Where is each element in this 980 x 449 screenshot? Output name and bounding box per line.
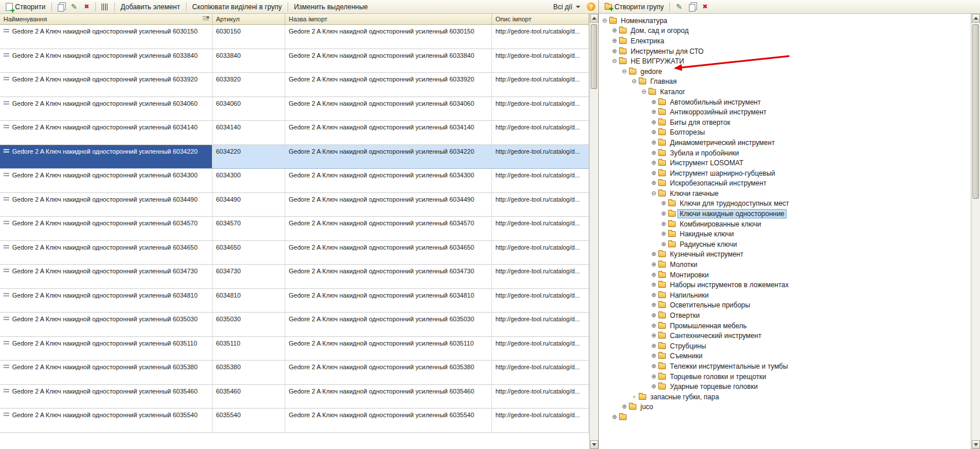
table-row[interactable]: Gedore 2 A Ключ накидной односторонний у… <box>0 289 589 313</box>
tree-expander-icon[interactable]: ⊕ <box>660 210 667 217</box>
tree-node[interactable]: ⊕ Радиусные ключи <box>599 239 970 250</box>
cell-import-name[interactable]: Gedore 2 A Ключ накидной односторонний у… <box>285 97 492 121</box>
tree-expander-icon[interactable]: ⊕ <box>650 109 657 116</box>
column-header-import-name[interactable]: Назва імпорт <box>285 14 492 24</box>
tree-node-label[interactable]: Инструмент LOSOMAT <box>668 159 745 167</box>
cell-name[interactable]: Gedore 2 A Ключ накидной односторонний у… <box>0 193 213 217</box>
tree-node[interactable]: ⊕ Промышленная мебель <box>599 321 970 331</box>
tree-node[interactable]: ⊕ Тележки инструментальные и тумбы <box>599 361 970 372</box>
cell-name[interactable]: Gedore 2 A Ключ накидной односторонний у… <box>0 25 213 49</box>
tree-node-label[interactable]: Инструменты для СТО <box>629 47 705 55</box>
tree-node[interactable]: ⊕ Електрика <box>599 36 970 46</box>
tree-expander-icon[interactable]: ⊕ <box>650 383 657 390</box>
tree-node[interactable]: ⊕ Инструмент шарнирно-губцевый <box>599 168 970 179</box>
cell-name[interactable]: Gedore 2 A Ключ накидной односторонний у… <box>0 145 213 169</box>
tree-node-label[interactable]: Торцевые головки и трещотки <box>668 373 768 381</box>
cell-name[interactable]: Gedore 2 A Ключ накидной односторонний у… <box>0 265 213 288</box>
cell-import-name[interactable]: Gedore 2 A Ключ накидной односторонний у… <box>285 385 492 409</box>
tree-node[interactable]: ⊕ juco <box>599 402 970 413</box>
cell-name[interactable]: Gedore 2 A Ключ накидной односторонний у… <box>0 241 213 265</box>
tree-node[interactable]: ⊕ Ключи для труднодоступных мест <box>599 199 970 209</box>
cell-article[interactable]: 6033840 <box>213 49 285 73</box>
tree-node[interactable]: ⊖ НЕ ВИГРУЖАТИ <box>599 56 970 66</box>
tree-node[interactable]: ⊕ Зубила и пробойники <box>599 148 970 158</box>
cell-import-name[interactable]: Gedore 2 A Ключ накидной односторонний у… <box>285 289 492 313</box>
tree-node-label[interactable]: Електрика <box>629 37 666 45</box>
cell-name[interactable]: Gedore 2 A Ключ накидной односторонний у… <box>0 409 213 432</box>
tree-node-label[interactable]: Инструмент шарнирно-губцевый <box>668 169 777 177</box>
scroll-down-button[interactable] <box>590 440 598 449</box>
tree-node[interactable]: ⊕ Ключи накидные односторонние <box>599 209 970 219</box>
create-group-button[interactable]: Створити групу <box>602 2 666 12</box>
tree-node-label[interactable]: запасные губки, пара <box>649 393 721 401</box>
tree-node-label[interactable]: Антикоррозийный инструмент <box>668 108 768 116</box>
tree-expander-icon[interactable]: ⊖ <box>621 68 628 75</box>
scrollbar-thumb[interactable] <box>972 24 979 199</box>
cell-name[interactable]: Gedore 2 A Ключ накидной односторонний у… <box>0 169 213 192</box>
tree-node-label[interactable]: Ударные торцевые головки <box>668 383 759 391</box>
tree-node[interactable]: ⊕ Осветительные приборы <box>599 300 970 311</box>
tree-node[interactable]: ⊖ Номенклатура <box>599 16 970 26</box>
cell-import-desc[interactable]: http://gedore-tool.ru/catalog/d... <box>492 25 589 49</box>
tree-node[interactable]: ⊕ Молотки <box>599 259 970 270</box>
tree-expander-icon[interactable]: ⊕ <box>611 48 618 55</box>
scrollbar-thumb[interactable] <box>591 24 597 89</box>
tree-expander-icon[interactable]: ⊕ <box>611 38 618 44</box>
delete-item-button[interactable]: ✖ <box>81 2 92 11</box>
tree-expander-icon[interactable]: ⊕ <box>650 272 657 279</box>
cell-import-name[interactable]: Gedore 2 A Ключ накидной односторонний у… <box>285 409 492 432</box>
tree-node-label[interactable]: Ключи гаечные <box>668 190 720 198</box>
edit-selected-button[interactable]: Изменить выделенные <box>291 2 371 12</box>
create-button[interactable]: Створити <box>3 2 49 12</box>
tree-expander-icon[interactable]: ⊕ <box>660 231 667 238</box>
table-row[interactable]: Gedore 2 A Ключ накидной односторонний у… <box>0 409 589 433</box>
tree-expander-icon[interactable]: ⊕ <box>650 150 657 157</box>
tree-node[interactable]: ⊖ Главная <box>599 77 970 87</box>
tree-node[interactable]: ⊕ Кузнечный инструмент <box>599 250 970 260</box>
cell-import-desc[interactable]: http://gedore-tool.ru/catalog/d... <box>492 361 589 384</box>
tree-node-label[interactable]: Ключи для труднодоступных мест <box>678 199 791 207</box>
tree-expander-icon[interactable]: ⊕ <box>621 403 628 410</box>
copy-item-button[interactable] <box>55 2 67 12</box>
tree-expander-icon[interactable]: ⊕ <box>650 261 657 268</box>
table-row[interactable]: Gedore 2 A Ключ накидной односторонний у… <box>0 121 589 145</box>
tree-node[interactable]: ⊕ Инструменты для СТО <box>599 46 970 57</box>
table-row[interactable]: Gedore 2 A Ключ накидной односторонний у… <box>0 49 589 73</box>
tree-node-label[interactable]: Молотки <box>668 261 699 269</box>
tree-node[interactable]: ⊕ Торцевые головки и трещотки <box>599 372 970 382</box>
tree-node-label[interactable]: Дом, сад и огород <box>629 27 690 35</box>
cell-article[interactable]: 6034810 <box>213 289 285 313</box>
column-header-name[interactable]: Найменування <box>0 14 213 24</box>
cell-article[interactable]: 6035110 <box>213 337 285 361</box>
sort-icon[interactable] <box>203 16 209 21</box>
tree-expander-icon[interactable]: ⊖ <box>611 58 618 65</box>
tree-node-label[interactable]: Сантехнический инструмент <box>668 332 763 340</box>
tree-expander-icon[interactable]: ⊕ <box>650 119 657 126</box>
tree-node-label[interactable]: Главная <box>649 77 679 86</box>
tree-node-label[interactable]: Съемники <box>668 352 704 360</box>
cell-article[interactable]: 6034490 <box>213 193 285 217</box>
tree-node[interactable]: ⊖ gedore <box>599 66 970 77</box>
tree-node[interactable]: ⊕ Напильники <box>599 290 970 300</box>
cell-article[interactable]: 6035460 <box>213 385 285 409</box>
cell-article[interactable]: 6034570 <box>213 217 285 240</box>
tree-node-label[interactable]: НЕ ВИГРУЖАТИ <box>629 57 686 65</box>
cell-import-desc[interactable]: http://gedore-tool.ru/catalog/d... <box>492 73 589 97</box>
cell-import-desc[interactable]: http://gedore-tool.ru/catalog/d... <box>492 193 589 217</box>
tree-node[interactable]: ⊕ Динамометрический инструмент <box>599 138 970 148</box>
tree-expander-icon[interactable]: ⊕ <box>650 352 657 359</box>
tree-node[interactable]: ⊕ Антикоррозийный инструмент <box>599 107 970 117</box>
copy-group-button[interactable] <box>686 2 698 12</box>
tree-node-label[interactable]: Ключи накидные односторонние <box>678 210 786 218</box>
cell-import-desc[interactable]: http://gedore-tool.ru/catalog/d... <box>492 121 589 144</box>
tree-expander-icon[interactable]: ⊖ <box>640 88 647 95</box>
cell-import-desc[interactable]: http://gedore-tool.ru/catalog/d... <box>492 313 589 336</box>
edit-group-button[interactable]: ✎ <box>673 2 685 12</box>
cell-import-name[interactable]: Gedore 2 A Ключ накидной односторонний у… <box>285 241 492 265</box>
cell-article[interactable]: 6035380 <box>213 361 285 384</box>
tree-node-label[interactable]: Напильники <box>668 291 710 299</box>
cell-article[interactable]: 6035030 <box>213 313 285 336</box>
scroll-down-button[interactable] <box>972 440 980 449</box>
tree-node-label[interactable]: Струбцины <box>668 342 708 350</box>
cell-import-name[interactable]: Gedore 2 A Ключ накидной односторонний у… <box>285 121 492 144</box>
